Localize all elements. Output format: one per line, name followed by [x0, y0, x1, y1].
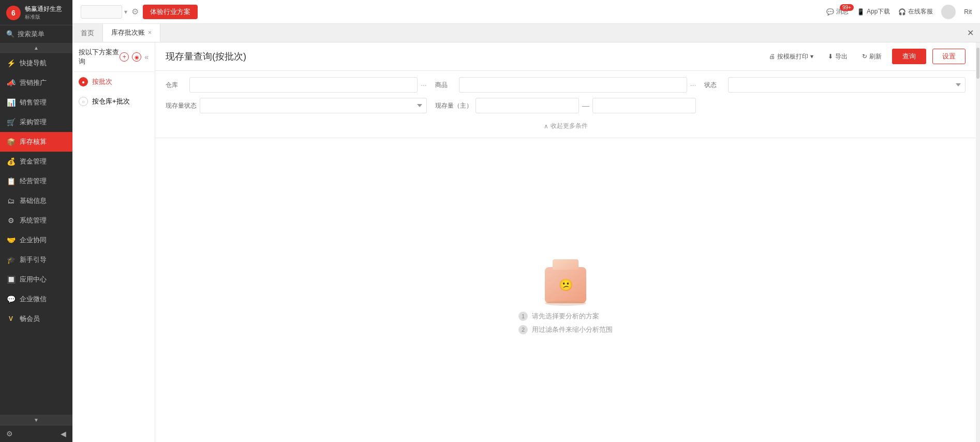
wechat-icon: 💬 [6, 294, 16, 304]
sidebar-item-label: 新手引导 [20, 255, 47, 264]
hint-2-num: 2 [518, 325, 528, 334]
sidebar-item-label: 系统管理 [20, 216, 47, 225]
product-input[interactable] [459, 77, 687, 93]
target-icon: ◉ [135, 54, 139, 60]
online-service-button[interactable]: 🎧 在线客服 [898, 7, 933, 16]
brand-sub: 标准版 [25, 13, 62, 21]
filter-stock-status: 现存量状态 [166, 98, 427, 113]
notice-badge: 99+ [840, 4, 854, 11]
stock-status-select[interactable] [200, 98, 427, 113]
notice-icon: 💬 [826, 8, 834, 16]
filter-stock-amount: 现存量（主） — [435, 98, 696, 113]
app-label: App下载 [867, 7, 890, 16]
vertical-scrollbar[interactable] [976, 42, 980, 442]
sidebar-item-member[interactable]: V 畅会员 [0, 309, 72, 329]
empty-box: 😕 [545, 267, 586, 303]
empty-face-icon: 😕 [559, 278, 573, 292]
sidebar-item-inventory[interactable]: 📦 库存核算 [0, 132, 72, 152]
app-download-button[interactable]: 📱 App下载 [857, 7, 890, 16]
industry-solution-button[interactable]: 体验行业方案 [143, 5, 198, 19]
page-actions: 🖨 按模板打印 ▾ ⬇ 导出 ↻ 刷新 查询 设置 [765, 49, 966, 64]
sidebar-scroll-down[interactable]: ▼ [0, 415, 72, 425]
sidebar-item-basic[interactable]: 🗂 基础信息 [0, 191, 72, 211]
scrollbar-thumb[interactable] [976, 48, 979, 79]
sidebar-item-marketing[interactable]: 📣 营销推广 [0, 73, 72, 93]
sidebar-item-label: 销售管理 [20, 98, 47, 107]
sidebar-item-finance[interactable]: 💰 资金管理 [0, 152, 72, 171]
page-title: 现存量查询(按批次) [166, 50, 246, 63]
hint-2-text: 用过滤条件来缩小分析范围 [532, 325, 613, 334]
refresh-label: 刷新 [869, 52, 882, 61]
collapse-filter-button[interactable]: ∧ 收起更多条件 [166, 119, 966, 131]
filter-row-2: 现存量状态 现存量（主） — [166, 98, 966, 113]
settings-footer-icon[interactable]: ⚙ [6, 430, 13, 438]
empty-shadow [545, 301, 586, 306]
sidebar-item-sales[interactable]: 📊 销售管理 [0, 93, 72, 112]
filter-row-1: 仓库 ··· 商品 ··· 状态 [166, 77, 966, 93]
chevron-up-icon: ∧ [544, 123, 548, 130]
topbar-chevron-down-icon[interactable]: ▾ [124, 8, 127, 16]
sidebar-item-label: 经营管理 [20, 176, 47, 186]
plan-active-icon: ● [79, 77, 88, 86]
sidebar-item-collab[interactable]: 🤝 企业协同 [0, 230, 72, 250]
settings-button[interactable]: 设置 [932, 49, 966, 64]
system-icon: ⚙ [6, 216, 16, 225]
notice-button[interactable]: 💬 消息 99+ [826, 7, 849, 16]
export-button[interactable]: ⬇ 导出 [824, 50, 852, 63]
query-button[interactable]: 查询 [892, 49, 926, 64]
marketing-icon: 📣 [6, 78, 16, 87]
stock-status-label: 现存量状态 [166, 101, 197, 110]
warehouse-more-icon[interactable]: ··· [421, 81, 427, 89]
empty-hint-1: 1 请先选择要分析的方案 [518, 312, 613, 321]
target-plan-button[interactable]: ◉ [132, 52, 141, 62]
refresh-button[interactable]: ↻ 刷新 [858, 50, 886, 63]
product-more-icon[interactable]: ··· [690, 81, 696, 89]
tab-inventory-batch[interactable]: 库存批次账 × [103, 24, 160, 42]
tab-close-icon[interactable]: × [148, 29, 152, 36]
empty-illustration: 😕 [534, 246, 597, 303]
inventory-icon: 📦 [6, 137, 16, 146]
sidebar-item-label: 企业微信 [20, 294, 47, 304]
tabbar-close-button[interactable]: ✕ [961, 24, 980, 42]
sidebar-item-system[interactable]: ⚙ 系统管理 [0, 211, 72, 230]
sidebar-scroll-up[interactable]: ▲ [0, 43, 72, 53]
sidebar-item-operations[interactable]: 📋 经营管理 [0, 171, 72, 191]
plan-item-warehouse-batch[interactable]: ○ 按仓库+批次 [72, 92, 155, 111]
topbar-input-area: ▾ [81, 5, 127, 19]
sidebar-item-newbie[interactable]: 🎓 新手引导 [0, 250, 72, 270]
sidebar-search[interactable]: 🔍 搜索菜单 [0, 25, 72, 43]
status-select[interactable] [728, 77, 966, 93]
operations-icon: 📋 [6, 176, 16, 186]
refresh-icon: ↻ [862, 53, 867, 60]
stock-amount-dash: — [582, 101, 589, 110]
hint-1-num: 1 [518, 312, 528, 321]
stock-amount-label: 现存量（主） [435, 101, 472, 110]
sidebar-item-wechat[interactable]: 💬 企业微信 [0, 289, 72, 309]
topbar-gear-icon[interactable]: ⚙ [131, 7, 139, 17]
sidebar-item-purchase[interactable]: 🛒 采购管理 [0, 112, 72, 132]
stock-amount-min-input[interactable] [476, 98, 579, 113]
print-button[interactable]: 🖨 按模板打印 ▾ [765, 50, 818, 63]
warehouse-input[interactable] [189, 77, 418, 93]
export-icon: ⬇ [828, 53, 833, 60]
topbar-search-input[interactable] [81, 5, 122, 19]
username-label[interactable]: Rit [964, 8, 972, 16]
app-logo: 6 [6, 6, 21, 20]
sidebar-item-label: 基础信息 [20, 196, 47, 205]
plan-item-batch[interactable]: ● 按批次 [72, 72, 155, 92]
left-panel-collapse-icon[interactable]: « [144, 53, 149, 61]
warehouse-label: 仓库 [166, 81, 186, 90]
tabbar: 首页 库存批次账 × ✕ [72, 24, 980, 42]
plus-icon: + [123, 53, 126, 61]
collapse-sidebar-icon[interactable]: ◀ [61, 430, 66, 438]
tab-home[interactable]: 首页 [72, 24, 103, 42]
add-plan-button[interactable]: + [120, 52, 129, 62]
stock-amount-max-input[interactable] [592, 98, 696, 113]
appstore-icon: 🔲 [6, 275, 16, 284]
left-panel-actions: + ◉ « [120, 52, 149, 62]
sidebar-item-appstore[interactable]: 🔲 应用中心 [0, 270, 72, 289]
collab-icon: 🤝 [6, 235, 16, 245]
sidebar-item-label: 企业协同 [20, 235, 47, 245]
sidebar-item-shortcuts[interactable]: ⚡ 快捷导航 [0, 53, 72, 73]
user-avatar[interactable] [941, 5, 956, 19]
